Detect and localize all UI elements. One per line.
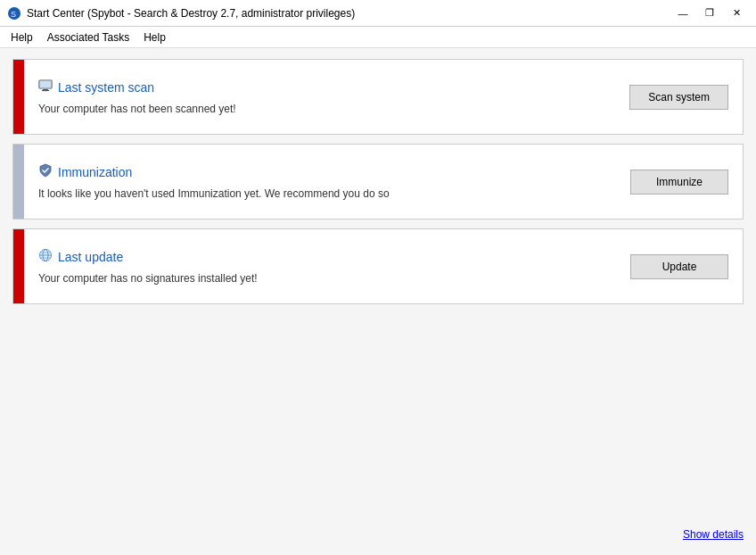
card-action-scan: Scan system	[615, 60, 743, 134]
card-last-update: Last update Your computer has no signatu…	[12, 228, 744, 304]
svg-text:S: S	[11, 10, 16, 19]
card-accent-update	[13, 229, 24, 303]
shield-icon	[38, 163, 53, 180]
restore-button[interactable]: ❐	[697, 4, 722, 23]
card-body-update: Last update Your computer has no signatu…	[24, 229, 616, 303]
menu-item-help[interactable]: Help	[4, 29, 40, 46]
update-button[interactable]: Update	[630, 254, 728, 279]
card-desc-scan: Your computer has not been scanned yet!	[38, 103, 601, 115]
monitor-icon	[38, 79, 53, 95]
card-action-immunization: Immunize	[616, 145, 743, 219]
card-title-update: Last update	[38, 248, 602, 265]
close-button[interactable]: ✕	[724, 4, 749, 23]
window-controls: — ❐ ✕	[670, 4, 749, 23]
svg-rect-5	[39, 80, 52, 88]
card-title-scan: Last system scan	[38, 79, 601, 95]
card-title-immunization: Immunization	[38, 163, 602, 180]
card-desc-immunization: It looks like you haven't used Immunizat…	[38, 187, 602, 200]
card-last-system-scan: Last system scan Your computer has not b…	[12, 59, 744, 135]
card-accent-scan	[13, 60, 24, 134]
main-content: Last system scan Your computer has not b…	[0, 48, 756, 555]
window-title: Start Center (Spybot - Search & Destroy …	[27, 7, 670, 20]
footer: Show details	[12, 313, 744, 544]
menu-item-help2[interactable]: Help	[136, 29, 173, 46]
immunize-button[interactable]: Immunize	[630, 170, 728, 195]
title-bar: S Start Center (Spybot - Search & Destro…	[0, 0, 756, 27]
card-desc-update: Your computer has no signatures installe…	[38, 272, 602, 285]
show-details-link[interactable]: Show details	[683, 528, 744, 541]
scan-system-button[interactable]: Scan system	[629, 85, 728, 110]
card-body-immunization: Immunization It looks like you haven't u…	[24, 145, 616, 219]
menu-item-associated-tasks[interactable]: Associated Tasks	[40, 29, 137, 46]
card-immunization: Immunization It looks like you haven't u…	[12, 144, 744, 220]
minimize-button[interactable]: —	[670, 4, 695, 23]
card-action-update: Update	[616, 229, 743, 303]
card-body-scan: Last system scan Your computer has not b…	[24, 60, 615, 134]
globe-icon	[38, 248, 53, 265]
card-accent-immunization	[13, 145, 24, 219]
app-icon: S	[7, 6, 21, 21]
menu-bar: Help Associated Tasks Help	[0, 27, 756, 48]
